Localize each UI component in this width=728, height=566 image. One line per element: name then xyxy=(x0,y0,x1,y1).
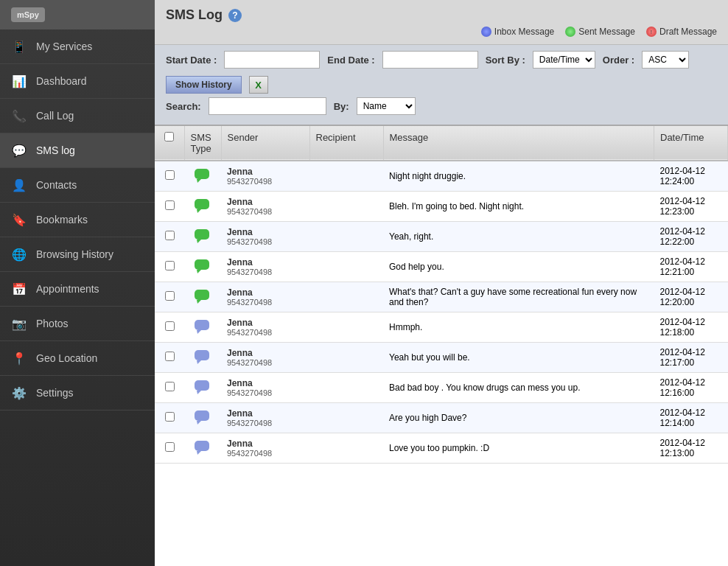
sidebar-label-settings: Settings xyxy=(36,387,74,399)
sent-legend: Sent Message xyxy=(565,27,635,37)
export-excel-button[interactable]: X xyxy=(249,76,268,94)
appointments-icon: 📅 xyxy=(11,281,27,297)
row-checkbox-9[interactable] xyxy=(165,442,175,452)
draft-legend-icon: ! xyxy=(646,27,657,37)
filter-row-1: Start Date : End Date : Sort By : Date/T… xyxy=(166,51,717,94)
sender-name: Jenna xyxy=(227,167,304,177)
row-checkbox-cell xyxy=(155,433,184,464)
sort-by-select[interactable]: Date/TimeSenderRecipient xyxy=(533,51,595,69)
sender-name: Jenna xyxy=(227,348,304,358)
sender-name: Jenna xyxy=(227,227,304,237)
sms-type-cell xyxy=(184,161,221,192)
col-sender: Sender xyxy=(221,126,309,161)
inbox-legend: Inbox Message xyxy=(481,27,554,37)
sms-type-icon xyxy=(194,228,211,243)
sent-legend-icon xyxy=(565,27,575,37)
recipient-cell xyxy=(309,222,383,252)
table-row: Jenna 9543270498 God help you. 2012-04-1… xyxy=(155,252,728,282)
sidebar-item-dashboard[interactable]: 📊 Dashboard xyxy=(0,64,155,99)
row-checkbox-6[interactable] xyxy=(165,352,175,361)
browsing-history-icon: 🌐 xyxy=(11,246,27,262)
table-row: Jenna 9543270498 Yeah but you will be. 2… xyxy=(155,343,728,373)
message-cell: Bad bad boy . You know drugs can mess yo… xyxy=(383,373,654,403)
sidebar-item-photos[interactable]: 📷 Photos xyxy=(0,307,155,341)
svg-rect-6 xyxy=(195,259,209,270)
row-checkbox-0[interactable] xyxy=(165,170,175,180)
datetime-cell: 2012-04-12 12:18:00 xyxy=(654,312,728,343)
time-value: 12:23:00 xyxy=(660,206,722,217)
sender-number: 9543270498 xyxy=(227,237,304,246)
col-message: Message xyxy=(383,126,654,161)
row-checkbox-4[interactable] xyxy=(165,291,175,301)
sidebar-item-settings[interactable]: ⚙️ Settings xyxy=(0,376,155,410)
row-checkbox-1[interactable] xyxy=(165,200,175,210)
sidebar-label-browsing-history: Browsing History xyxy=(36,248,113,260)
sms-type-cell xyxy=(184,192,221,222)
sidebar-item-sms-log[interactable]: 💬 SMS log xyxy=(0,133,155,168)
sender-cell: Jenna 9543270498 xyxy=(221,161,309,192)
sms-type-icon xyxy=(194,198,211,213)
sender-number: 9543270498 xyxy=(227,419,304,427)
table-row: Jenna 9543270498 Hmmph. 2012-04-12 12:18… xyxy=(155,312,728,343)
message-cell: What's that? Can't a guy have some recre… xyxy=(383,282,654,312)
row-checkbox-2[interactable] xyxy=(165,231,175,240)
row-checkbox-5[interactable] xyxy=(165,321,175,331)
time-value: 12:18:00 xyxy=(660,327,722,338)
sidebar-item-geo-location[interactable]: 📍 Geo Location xyxy=(0,341,155,376)
sidebar-item-bookmarks[interactable]: 🔖 Bookmarks xyxy=(0,203,155,237)
sort-by-label: Sort By : xyxy=(486,55,525,66)
svg-rect-10 xyxy=(195,320,209,330)
page-title: SMS Log xyxy=(166,7,223,23)
svg-marker-1 xyxy=(197,179,201,183)
sender-cell: Jenna 9543270498 xyxy=(221,192,309,222)
sidebar-label-bookmarks: Bookmarks xyxy=(36,214,88,226)
end-date-label: End Date : xyxy=(327,55,374,66)
sms-type-cell xyxy=(184,252,221,282)
help-icon[interactable]: ? xyxy=(228,9,242,22)
svg-rect-4 xyxy=(195,229,209,240)
start-date-input[interactable] xyxy=(224,51,320,69)
date-value: 2012-04-12 xyxy=(660,196,722,206)
sidebar-item-call-log[interactable]: 📞 Call Log xyxy=(0,99,155,133)
by-select[interactable]: NameNumberMessage xyxy=(357,97,416,115)
row-checkbox-8[interactable] xyxy=(165,412,175,422)
sidebar-item-my-services[interactable]: 📱 My Services xyxy=(0,29,155,64)
message-cell: Are you high Dave? xyxy=(383,403,654,433)
sms-type-icon xyxy=(194,380,211,394)
row-checkbox-7[interactable] xyxy=(165,382,175,391)
sidebar-item-contacts[interactable]: 👤 Contacts xyxy=(0,168,155,203)
sender-name: Jenna xyxy=(227,378,304,388)
table-row: Jenna 9543270498 Bleh. I'm going to bed.… xyxy=(155,192,728,222)
sidebar-label-my-services: My Services xyxy=(36,41,92,52)
sms-table: SMS Type Sender Recipient Message Date/T… xyxy=(155,126,728,464)
date-value: 2012-04-12 xyxy=(660,226,722,237)
sms-type-cell xyxy=(184,373,221,403)
dashboard-icon: 📊 xyxy=(11,73,27,89)
sidebar-item-appointments[interactable]: 📅 Appointments xyxy=(0,272,155,307)
message-cell: Yeah but you will be. xyxy=(383,343,654,373)
sms-type-icon xyxy=(194,319,211,334)
col-sms-type: SMS Type xyxy=(184,126,221,161)
recipient-cell xyxy=(309,312,383,343)
select-all-checkbox[interactable] xyxy=(164,132,174,142)
end-date-input[interactable] xyxy=(382,51,478,69)
sender-cell: Jenna 9543270498 xyxy=(221,433,309,464)
table-row: Jenna 9543270498 Bad bad boy . You know … xyxy=(155,373,728,403)
recipient-cell xyxy=(309,161,383,192)
order-select[interactable]: ASCDESC xyxy=(642,51,689,69)
geo-location-icon: 📍 xyxy=(11,350,27,366)
datetime-cell: 2012-04-12 12:24:00 xyxy=(654,161,728,192)
row-checkbox-3[interactable] xyxy=(165,261,175,270)
col-checkbox xyxy=(155,126,184,161)
sender-name: Jenna xyxy=(227,257,304,268)
show-history-button[interactable]: Show History xyxy=(166,76,242,94)
draft-legend: ! Draft Message xyxy=(646,27,717,37)
sidebar-item-browsing-history[interactable]: 🌐 Browsing History xyxy=(0,237,155,272)
search-input[interactable] xyxy=(209,97,326,115)
sidebar-label-appointments: Appointments xyxy=(36,283,99,295)
sidebar-label-contacts: Contacts xyxy=(36,179,77,191)
date-value: 2012-04-12 xyxy=(660,438,722,448)
sms-type-cell xyxy=(184,343,221,373)
datetime-cell: 2012-04-12 12:23:00 xyxy=(654,192,728,222)
sidebar-label-dashboard: Dashboard xyxy=(36,75,87,87)
